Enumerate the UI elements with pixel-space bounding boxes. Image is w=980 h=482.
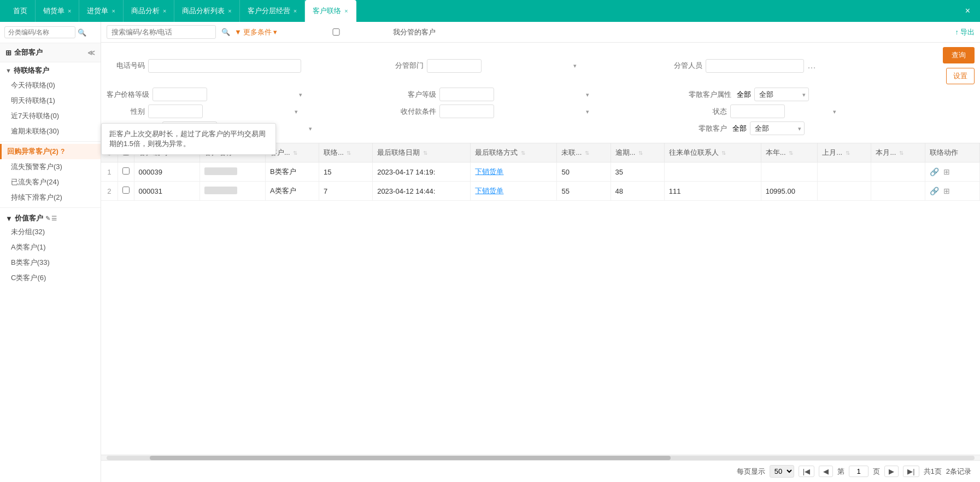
row1-name[interactable]	[199, 162, 265, 182]
gender-select[interactable]	[148, 104, 203, 118]
row2-action-icons: 🔗 ⊞	[930, 187, 975, 195]
row2-type: A类客户	[265, 182, 319, 201]
value-group-view-icon[interactable]: ☰	[51, 215, 57, 222]
sidebar-item-loss-warn[interactable]: 流失预警客户(3)	[0, 159, 101, 175]
row2-link-icon[interactable]: 🔗	[930, 187, 939, 195]
last-page-button[interactable]: ▶|	[903, 466, 919, 477]
value-group-label: 价值客户	[15, 213, 43, 223]
retail-customer-select[interactable]: 全部	[750, 121, 805, 135]
sidebar-item-tomorrow[interactable]: 明天待联络(1)	[0, 93, 101, 108]
setting-button[interactable]: 设置	[946, 68, 975, 84]
my-customers-checkbox[interactable]	[281, 28, 391, 36]
page-input[interactable]	[849, 466, 868, 477]
row1-checkbox[interactable]	[122, 167, 130, 175]
pending-group-title[interactable]: ▼ 待联络客户	[0, 62, 101, 78]
col-this-month[interactable]: 本月... ⇅	[871, 143, 925, 162]
anomaly-help-icon[interactable]: ?	[61, 148, 64, 155]
sidebar-item-7days[interactable]: 近7天待联络(0)	[0, 108, 101, 124]
branch-dept-field: 分管部门	[385, 59, 659, 73]
nav-tab-analysis-list-label: 商品分析列表	[182, 6, 225, 16]
value-group-edit-icon[interactable]: ✎	[45, 215, 50, 222]
table-scrollbar-track[interactable]	[107, 456, 975, 460]
nav-tab-customer-contact[interactable]: 客户联络 ×	[305, 0, 356, 22]
nav-tab-analysis-list[interactable]: 商品分析列表 ×	[174, 0, 239, 22]
phone-input[interactable]	[148, 59, 301, 73]
retail-attr-select[interactable]: 全部	[754, 88, 809, 101]
col-last-date-sort: ⇅	[423, 150, 427, 156]
row2-last-method[interactable]: 下销货单	[471, 182, 557, 201]
branch-person-dots[interactable]: …	[807, 61, 816, 71]
col-year-amount[interactable]: 本年... ⇅	[761, 143, 818, 162]
next-page-button[interactable]: ▶	[884, 466, 899, 477]
collapse-icon[interactable]: ≪	[87, 49, 95, 57]
row1-link-icon[interactable]: 🔗	[930, 167, 939, 176]
sidebar-search-icon[interactable]: 🔍	[78, 28, 86, 37]
col-uncontact[interactable]: 未联... ⇅	[557, 143, 611, 162]
nav-tab-analysis-list-close[interactable]: ×	[228, 8, 231, 14]
nav-tab-customer-contact-close[interactable]: ×	[344, 8, 348, 14]
col-contact-person[interactable]: 往来单位联系人 ⇅	[664, 143, 761, 162]
price-level-select[interactable]	[152, 88, 207, 101]
sidebar-item-declining[interactable]: 持续下滑客户(2)	[0, 190, 101, 205]
branch-person-input[interactable]	[706, 59, 804, 73]
nav-tab-purchase[interactable]: 进货单 ×	[79, 0, 123, 22]
row1-grid-icon[interactable]: ⊞	[943, 167, 950, 176]
sidebar-item-overdue[interactable]: 逾期未联络(30)	[0, 124, 101, 139]
nav-tab-analysis[interactable]: 商品分析 ×	[124, 0, 174, 22]
sidebar-item-7days-label: 近7天待联络(0)	[11, 112, 59, 120]
col-last-date[interactable]: 最后联络日期 ⇅	[373, 143, 471, 162]
col-last-month[interactable]: 上月... ⇅	[818, 143, 871, 162]
row2-year-amount: 10995.00	[761, 182, 818, 201]
all-customers-title[interactable]: ⊞ 全部客户 ≪	[0, 43, 101, 62]
row2-last-method-link[interactable]: 下销货单	[475, 187, 503, 195]
nav-tab-customer-tier[interactable]: 客户分层经营 ×	[240, 0, 305, 22]
sidebar-item-class-c[interactable]: C类客户(6)	[0, 270, 101, 286]
row2-num: 2	[101, 182, 118, 201]
branch-dept-select[interactable]	[427, 59, 482, 73]
sidebar-item-lost-label: 已流失客户(24)	[11, 178, 59, 186]
sidebar-item-ungrouped[interactable]: 未分组(32)	[0, 224, 101, 240]
more-conditions-button[interactable]: ▼ 更多条件 ▾	[234, 27, 277, 37]
row1-checkbox-cell[interactable]	[118, 162, 134, 182]
per-page-select[interactable]: 50	[770, 465, 794, 478]
row2-name[interactable]	[199, 182, 265, 201]
window-close-button[interactable]: ×	[961, 6, 975, 16]
nav-tab-home[interactable]: 首页	[5, 0, 36, 22]
table-scrollbar-thumb[interactable]	[150, 456, 671, 460]
sidebar-item-class-b[interactable]: B类客户(33)	[0, 255, 101, 270]
payment-select[interactable]	[439, 104, 494, 118]
customer-grade-select[interactable]	[439, 88, 494, 101]
nav-tab-sales[interactable]: 销货单 ×	[36, 0, 79, 22]
first-page-button[interactable]: |◀	[799, 466, 814, 477]
sidebar-item-anomaly[interactable]: 回购异常客户(2) ?	[0, 144, 101, 159]
col-contact-count[interactable]: 联络... ⇅	[319, 143, 373, 162]
value-group-title[interactable]: ▼ 价值客户 ✎ ☰	[0, 210, 101, 224]
export-icon: ↑	[955, 28, 959, 36]
row2-checkbox-cell[interactable]	[118, 182, 134, 201]
prev-page-button[interactable]: ◀	[819, 466, 833, 477]
col-action-label: 联络动作	[930, 148, 958, 156]
row1-last-method-link[interactable]: 下销货单	[475, 167, 503, 176]
row2-grid-icon[interactable]: ⊞	[943, 187, 950, 195]
nav-tab-sales-close[interactable]: ×	[68, 8, 71, 14]
sidebar-search-input[interactable]	[4, 26, 75, 38]
sidebar-item-class-c-label: C类客户(6)	[11, 274, 46, 282]
nav-tab-customer-tier-close[interactable]: ×	[294, 8, 297, 14]
table-scrollbar-area[interactable]	[101, 455, 980, 460]
export-button[interactable]: ↑ 导出	[955, 27, 975, 37]
search-input[interactable]	[107, 25, 216, 39]
my-customers-checkbox-area[interactable]: 我分管的客户	[281, 27, 436, 37]
sidebar-item-class-a[interactable]: A类客户(1)	[0, 240, 101, 255]
col-last-method[interactable]: 最后联络方式 ⇅	[471, 143, 557, 162]
status-select[interactable]	[730, 104, 785, 118]
row1-last-method[interactable]: 下销货单	[471, 162, 557, 182]
search-button[interactable]: 🔍	[221, 28, 230, 36]
col-last-month-sort: ⇅	[846, 150, 850, 156]
sidebar-item-today[interactable]: 今天待联络(0)	[0, 78, 101, 93]
sidebar-item-lost[interactable]: 已流失客户(24)	[0, 175, 101, 190]
row2-checkbox[interactable]	[122, 187, 130, 194]
query-button[interactable]: 查询	[943, 47, 975, 63]
col-overdue[interactable]: 逾期... ⇅	[611, 143, 664, 162]
nav-tab-analysis-close[interactable]: ×	[163, 8, 166, 14]
nav-tab-purchase-close[interactable]: ×	[112, 8, 115, 14]
